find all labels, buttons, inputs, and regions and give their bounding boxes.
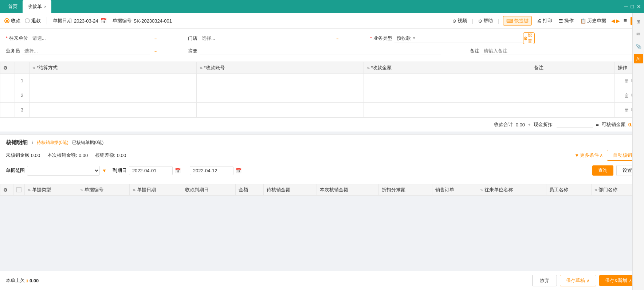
radio-receipt-label: 收款	[11, 17, 20, 24]
history-icon: 📋	[580, 18, 586, 24]
more-conditions-btn[interactable]: ▼ 更多条件 ∧	[574, 152, 603, 158]
window-controls: ─ □ ✕	[624, 4, 641, 9]
calendar-to-icon[interactable]: 📅	[236, 168, 242, 173]
nav-prev-icon[interactable]: ◀	[611, 18, 615, 24]
store-label: 门店	[188, 35, 197, 42]
col-pending-writeoff: 待核销金额	[263, 184, 317, 196]
summary-label: 摘要	[188, 48, 197, 54]
col-settings[interactable]: ⚙	[0, 62, 15, 74]
col-account: ⇅ *收款账号	[196, 62, 364, 74]
col-settlement: ⇅ *结算方式	[30, 62, 197, 74]
store-input[interactable]	[200, 34, 332, 42]
total-label: 收款合计	[494, 121, 513, 128]
cell-amount-1[interactable]	[364, 74, 531, 88]
list-view-icon[interactable]: ≡	[624, 17, 627, 24]
bottom-table-area: ⚙ ⇅ 单据类型 ⇅ 单据编号 ⇅ 单据日期 收款到期日 金	[0, 184, 644, 196]
radio-refund-label: 退款	[31, 17, 41, 24]
discount-input[interactable]	[557, 122, 593, 128]
table-row: 3 🗑 ⧉	[0, 103, 644, 117]
abandon-btn[interactable]: 放弃	[532, 275, 557, 286]
due-date-to[interactable]	[190, 166, 233, 175]
email-icon: ✉	[636, 31, 640, 37]
tab-home[interactable]: 首页	[3, 0, 23, 13]
tab-receipt[interactable]: 收款单 ×	[23, 0, 51, 13]
row-num-2: 2	[15, 88, 30, 103]
partner-input[interactable]	[30, 34, 150, 42]
sidebar-screenshot-icon[interactable]: Ai	[634, 54, 643, 63]
shortcut-btn[interactable]: ⌨ 快捷键	[503, 16, 532, 26]
salesperson-input[interactable]	[22, 47, 150, 55]
delete-row-1-icon[interactable]: 🗑	[624, 78, 629, 84]
operation-btn[interactable]: ☰ 操作	[557, 17, 575, 25]
save-draft-btn[interactable]: 保存草稿 ∧	[560, 275, 596, 286]
toolbar: 收款 退款 单据日期 2023-03-24 📅 单据编号 SK-20230324…	[0, 13, 644, 29]
window-close-btn[interactable]: ✕	[637, 4, 641, 9]
col-checkbox[interactable]	[13, 184, 25, 196]
info-icon[interactable]: ℹ	[26, 278, 28, 283]
sidebar-email-icon[interactable]: ✉	[634, 29, 643, 39]
date-value: 2023-03-24	[74, 18, 98, 24]
print-btn[interactable]: 🖨 打印	[535, 17, 554, 25]
radio-receipt[interactable]: 收款	[4, 17, 20, 24]
select-all-checkbox[interactable]	[16, 187, 21, 192]
maximize-btn[interactable]: □	[631, 4, 634, 9]
footer-right: 放弃 保存草稿 ∧ 保存&新增 ∧	[532, 275, 638, 286]
tab-close-icon[interactable]: ×	[44, 4, 46, 9]
cell-remarks-1[interactable]	[531, 74, 614, 88]
calendar-icon[interactable]: 📅	[101, 18, 107, 24]
info-icon[interactable]: ℹ	[31, 140, 33, 145]
store-ellipsis-icon[interactable]: ···	[334, 36, 341, 41]
table-icon: ⊞	[636, 19, 640, 24]
attachment-icon: 📎	[636, 44, 641, 49]
remarks-input[interactable]	[482, 47, 638, 55]
pending-tab[interactable]: 待核销单据(0笔)	[37, 140, 68, 146]
video-btn[interactable]: ⊙ 视频	[451, 17, 468, 25]
summary-input[interactable]	[200, 47, 441, 55]
unchecked-value: 0.00	[31, 153, 40, 158]
history-btn[interactable]: 📋 历史单据	[579, 17, 608, 25]
done-tab[interactable]: 已核销单据(0笔)	[72, 140, 104, 146]
cell-remarks-2[interactable]	[531, 88, 614, 103]
col-doc-no: ⇅ 单据编号	[77, 184, 130, 196]
cell-amount-2[interactable]	[364, 88, 531, 103]
cell-account-3[interactable]	[196, 103, 364, 117]
date-range-separator: —	[183, 168, 188, 173]
delete-row-2-icon[interactable]: 🗑	[624, 93, 629, 98]
cell-settlement-2[interactable]	[30, 88, 197, 103]
salesperson-ellipsis-icon[interactable]: ···	[152, 48, 159, 54]
col-sales-order: 销售订单	[432, 184, 477, 196]
row-num-1: 1	[15, 74, 30, 88]
query-btn[interactable]: 查询	[592, 165, 613, 176]
bottom-table-header: ⚙ ⇅ 单据类型 ⇅ 单据编号 ⇅ 单据日期 收款到期日 金	[0, 184, 644, 196]
minimize-btn[interactable]: ─	[624, 4, 628, 9]
cell-settlement-1[interactable]	[30, 74, 197, 88]
biz-type-label: 业务类型	[370, 35, 392, 42]
right-sidebar: ⊞ ✉ 📎 Ai	[632, 13, 644, 290]
form-row-1: 往来单位 ··· 门店 ··· 业务类型 预收款 ▼ ⚙ 设置	[6, 32, 638, 44]
current-value: 0.00	[79, 153, 88, 158]
sidebar-attachment-icon[interactable]: 📎	[634, 42, 643, 51]
help-btn[interactable]: ⊙ 帮助	[477, 17, 494, 25]
partner-ellipsis-icon[interactable]: ···	[152, 36, 159, 41]
cell-remarks-3[interactable]	[531, 103, 614, 117]
settings-button[interactable]: ⚙ 设置	[523, 32, 535, 44]
doc-range-select[interactable]	[27, 166, 100, 176]
cell-amount-3[interactable]	[364, 103, 531, 117]
plus-sign: +	[528, 122, 531, 128]
biz-type-dropdown[interactable]: 预收款 ▼	[394, 34, 523, 43]
radio-refund[interactable]: 退款	[25, 17, 41, 24]
delete-row-3-icon[interactable]: 🗑	[624, 107, 629, 113]
help-icon: ⊙	[478, 18, 482, 24]
cell-account-1[interactable]	[196, 74, 364, 88]
cell-account-2[interactable]	[196, 88, 364, 103]
docno-label: 单据编号	[113, 17, 131, 24]
calendar-from-icon[interactable]: 📅	[175, 168, 181, 173]
nav-next-icon[interactable]: ▶	[616, 18, 620, 24]
operation-icon: ☰	[559, 18, 563, 24]
col-gear[interactable]: ⚙	[0, 184, 13, 196]
due-date-from[interactable]	[129, 166, 173, 175]
cell-settlement-3[interactable]	[30, 103, 197, 117]
col-remarks: 备注	[531, 62, 614, 74]
sidebar-table-icon[interactable]: ⊞	[634, 17, 643, 26]
keyboard-icon: ⌨	[506, 18, 513, 24]
